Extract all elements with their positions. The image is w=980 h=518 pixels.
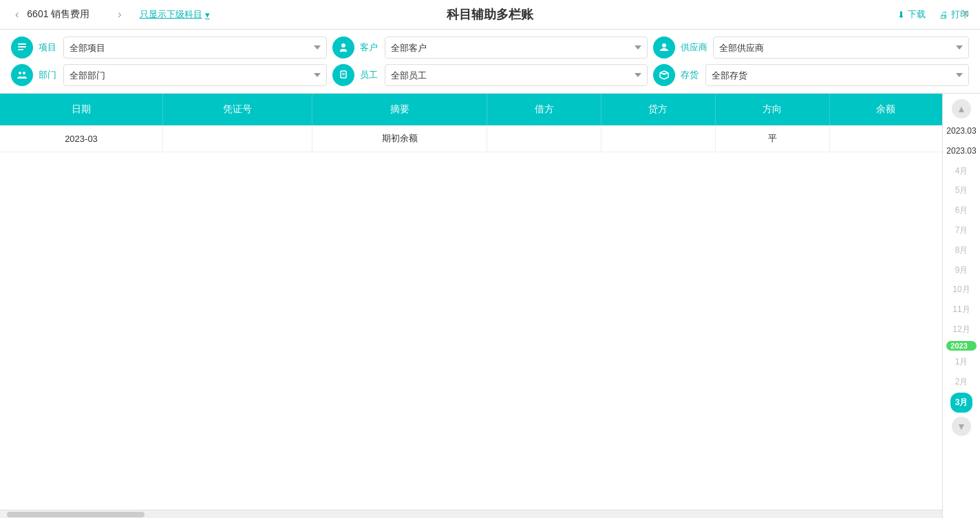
next-account-button[interactable]: › xyxy=(114,7,125,22)
download-label: 下载 xyxy=(908,8,926,21)
sub-subject-label: 只显示下级科目 xyxy=(140,8,202,21)
employee-label: 员工 xyxy=(360,69,379,81)
top-actions: ⬇ 下载 🖨 打印 × xyxy=(897,8,969,21)
timeline-item[interactable]: 5月 xyxy=(946,180,976,200)
svg-rect-1 xyxy=(18,46,26,48)
customer-icon xyxy=(332,37,354,59)
table-container: 日期 凭证号 摘要 借方 贷方 方向 余额 2023-03期初余额平 xyxy=(0,94,980,518)
svg-rect-0 xyxy=(18,43,26,45)
supplier-select[interactable]: 全部供应商 xyxy=(713,37,969,59)
top-bar: ‹ 6601 销售费用 › 只显示下级科目 ▾ 科目辅助多栏账 ⬇ 下载 🖨 打… xyxy=(0,0,980,30)
table-cell xyxy=(487,125,601,152)
filter-inventory: 存货 全部存货 xyxy=(653,64,969,86)
timeline-item[interactable]: 4月 xyxy=(946,161,976,181)
account-code: 6601 xyxy=(27,8,48,19)
filter-department: 部门 全部部门 xyxy=(11,64,327,86)
project-icon xyxy=(11,37,33,59)
col-voucher: 凭证号 xyxy=(163,94,312,125)
col-summary: 摘要 xyxy=(312,94,487,125)
department-icon xyxy=(11,64,33,86)
timeline-down-button[interactable]: ▼ xyxy=(952,417,971,436)
table-row: 2023-03期初余额平 xyxy=(0,125,942,152)
filter-project: 项目 全部项目 xyxy=(11,37,327,59)
svg-point-5 xyxy=(23,72,25,74)
customer-label: 客户 xyxy=(360,41,379,54)
table-cell xyxy=(163,125,312,152)
timeline-item[interactable]: 9月 xyxy=(946,260,976,280)
table-header-row: 日期 凭证号 摘要 借方 贷方 方向 余额 xyxy=(0,94,942,125)
close-button[interactable]: × xyxy=(961,7,969,21)
timeline-item[interactable]: 12月 xyxy=(946,320,976,340)
print-icon: 🖨 xyxy=(939,10,948,20)
project-select[interactable]: 全部项目 xyxy=(63,37,327,59)
timeline-item[interactable]: 7月 xyxy=(946,220,976,240)
horizontal-scrollbar[interactable] xyxy=(0,510,942,518)
inventory-label: 存货 xyxy=(681,69,700,81)
timeline-item[interactable]: 10月 xyxy=(946,280,976,300)
prev-account-button[interactable]: ‹ xyxy=(11,7,23,22)
main-content: 日期 凭证号 摘要 借方 贷方 方向 余额 2023-03期初余额平 xyxy=(0,94,942,518)
timeline-item-selected[interactable]: 2023.03 xyxy=(946,141,976,161)
table-cell: 平 xyxy=(715,125,829,152)
timeline-year-badge[interactable]: 2023 xyxy=(946,341,976,351)
project-label: 项目 xyxy=(39,41,58,54)
table-cell xyxy=(829,125,942,152)
col-debit: 借方 xyxy=(487,94,601,125)
timeline-item[interactable]: 6月 xyxy=(946,200,976,220)
department-select[interactable]: 全部部门 xyxy=(63,64,327,86)
filter-supplier: 供应商 全部供应商 xyxy=(653,37,969,59)
download-icon: ⬇ xyxy=(897,10,905,20)
svg-rect-7 xyxy=(342,73,345,74)
timeline-item[interactable]: 8月 xyxy=(946,240,976,260)
svg-point-4 xyxy=(19,72,21,74)
account-nav: ‹ 6601 销售费用 › xyxy=(11,7,126,22)
employee-select[interactable]: 全部员工 xyxy=(385,64,648,86)
filter-bar: 项目 全部项目 客户 全部客户 供应商 全部供应商 xyxy=(0,30,980,94)
svg-rect-2 xyxy=(18,49,23,50)
timeline-item[interactable]: 11月 xyxy=(946,300,976,320)
ledger-table: 日期 凭证号 摘要 借方 贷方 方向 余额 2023-03期初余额平 xyxy=(0,94,942,152)
timeline-up-button[interactable]: ▲ xyxy=(952,99,971,118)
timeline-item-selected[interactable]: 2023.03 xyxy=(946,121,976,141)
timeline-item[interactable]: 1月 xyxy=(946,352,976,372)
table-cell xyxy=(601,125,716,152)
right-timeline: ▲ 2023.032023.034月5月6月7月8月9月10月11月12月202… xyxy=(942,94,980,518)
timeline-item[interactable]: 2月 xyxy=(946,372,976,392)
col-credit: 贷方 xyxy=(601,94,716,125)
timeline-item-active[interactable]: 3月 xyxy=(950,393,972,413)
table-cell: 2023-03 xyxy=(0,125,163,152)
customer-select[interactable]: 全部客户 xyxy=(385,37,648,59)
chevron-down-icon: ▾ xyxy=(205,10,210,20)
employee-icon xyxy=(332,64,354,86)
col-date: 日期 xyxy=(0,94,163,125)
supplier-label: 供应商 xyxy=(681,41,707,54)
filter-customer: 客户 全部客户 xyxy=(332,37,648,59)
department-label: 部门 xyxy=(39,69,58,81)
download-button[interactable]: ⬇ 下载 xyxy=(897,8,926,21)
filter-employee: 员工 全部员工 xyxy=(332,64,648,86)
supplier-icon xyxy=(653,37,675,59)
svg-point-3 xyxy=(662,43,666,48)
col-direction: 方向 xyxy=(715,94,829,125)
svg-rect-8 xyxy=(342,74,345,75)
account-display: 6601 销售费用 xyxy=(27,8,109,21)
col-balance: 余额 xyxy=(829,94,942,125)
table-cell: 期初余额 xyxy=(312,125,487,152)
sub-subject-filter[interactable]: 只显示下级科目 ▾ xyxy=(140,8,210,21)
inventory-select[interactable]: 全部存货 xyxy=(705,64,969,86)
inventory-icon xyxy=(653,64,675,86)
page-title: 科目辅助多栏账 xyxy=(447,6,533,23)
account-name-text: 销售费用 xyxy=(51,8,89,19)
scrollbar-thumb[interactable] xyxy=(7,512,145,517)
